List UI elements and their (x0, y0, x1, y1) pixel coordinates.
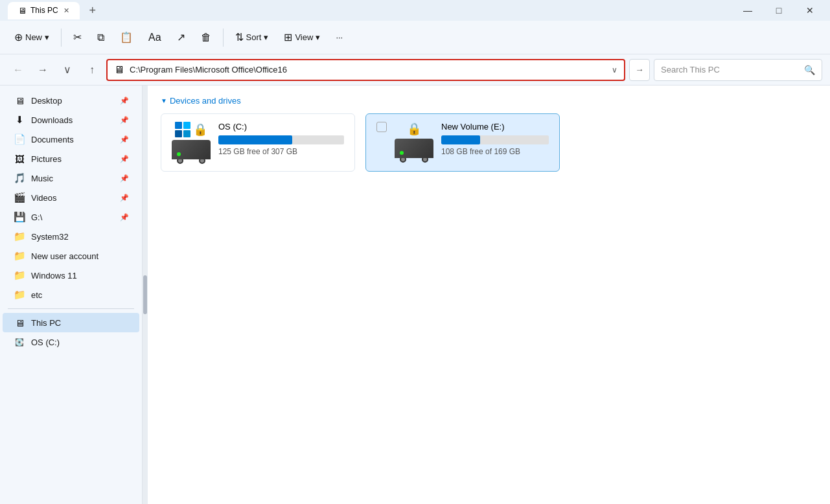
search-icon[interactable]: 🔍 (804, 65, 815, 75)
win-logo-br (183, 130, 190, 137)
videos-icon: 🎬 (13, 191, 26, 204)
pin-icon: 📌 (120, 97, 129, 105)
address-bar: ← → ∨ ↑ 🖥 C:\Program Files\Microsoft Off… (0, 54, 830, 86)
view-label: View (295, 32, 313, 42)
drive-item-c[interactable]: 🔒 OS (C:) (161, 113, 355, 172)
sidebar-item-downloads[interactable]: ⬇ Downloads 📌 (3, 110, 139, 130)
win-logo-bl (175, 130, 182, 137)
search-wrap[interactable]: Search This PC 🔍 (654, 59, 822, 81)
paste-btn[interactable]: 📋 (113, 27, 139, 47)
toolbar-sep-2 (223, 29, 224, 47)
sidebar-item-new-user-account[interactable]: 📁 New user account (3, 246, 139, 266)
folder-icon: 📁 (13, 230, 26, 243)
sidebar-item-label: System32 (31, 232, 129, 242)
minimize-btn[interactable]: — (733, 0, 763, 21)
sidebar-item-label: Desktop (31, 96, 115, 106)
up-btn[interactable]: ↑ (82, 60, 102, 80)
section-devices-header[interactable]: ▼ Devices and drives (161, 96, 817, 106)
pictures-icon: 🖼 (13, 152, 26, 165)
sidebar-item-label: etc (31, 290, 129, 300)
rename-btn[interactable]: Aa (142, 28, 168, 47)
sidebar-item-desktop[interactable]: 🖥 Desktop 📌 (3, 91, 139, 110)
sidebar-item-etc[interactable]: 📁 etc (3, 285, 139, 304)
sidebar-item-documents[interactable]: 📄 Documents 📌 (3, 130, 139, 149)
copy-btn[interactable]: ⧉ (91, 28, 111, 47)
sidebar-separator (8, 308, 134, 309)
sort-chevron: ▾ (264, 32, 268, 42)
win-logo-tl (175, 122, 182, 129)
sidebar-scrollbar[interactable] (143, 86, 148, 504)
drive-e-checkbox[interactable] (376, 122, 387, 132)
sidebar-item-label: This PC (31, 318, 129, 328)
close-btn[interactable]: ✕ (795, 0, 825, 21)
go-btn[interactable]: → (629, 59, 650, 81)
toolbar: ⊕ New ▾ ✂ ⧉ 📋 Aa ↗ 🗑 ⇅ Sort ▾ ⊞ (0, 21, 830, 54)
drive-c-bar (218, 135, 292, 144)
new-tab-btn[interactable]: + (84, 1, 102, 19)
sidebar-item-label: New user account (31, 251, 129, 261)
os-c-icon: 💽 (13, 336, 26, 349)
sidebar-scrollbar-thumb[interactable] (143, 275, 147, 314)
sort-label: Sort (246, 32, 262, 42)
address-input-wrap[interactable]: 🖥 C:\Program Files\Microsoft Office\Offi… (106, 59, 625, 81)
drives-grid: 🔒 OS (C:) (161, 113, 817, 172)
share-btn[interactable]: ↗ (170, 27, 192, 47)
drive-e-bar (441, 135, 480, 144)
folder-icon: 📁 (13, 288, 26, 301)
pin-icon: 📌 (120, 213, 129, 222)
sidebar-item-pictures[interactable]: 🖼 Pictures 📌 (3, 149, 139, 168)
share-icon: ↗ (177, 31, 185, 43)
main-area: 🖥 Desktop 📌 ⬇ Downloads 📌 📄 Documents 📌 … (0, 86, 830, 504)
sidebar-item-label: G:\ (31, 212, 115, 222)
tab-label: This PC (30, 6, 58, 15)
delete-btn[interactable]: 🗑 (194, 28, 218, 47)
tab-close-btn[interactable]: ✕ (63, 6, 69, 15)
drive-c-image (172, 140, 211, 163)
drive-item-e[interactable]: 🔒 New Volume (E:) (365, 113, 560, 172)
folder-icon: 📁 (13, 249, 26, 262)
new-label: New (25, 32, 42, 42)
forward-btn[interactable]: → (32, 60, 53, 80)
rename-icon: Aa (148, 32, 161, 43)
drive-c-size: 125 GB free of 307 GB (218, 147, 344, 156)
cut-btn[interactable]: ✂ (67, 27, 88, 47)
new-icon: ⊕ (14, 31, 23, 43)
drive-e-info: New Volume (E:) 108 GB free of 169 GB (441, 122, 549, 156)
search-placeholder: Search This PC (661, 65, 804, 74)
view-btn[interactable]: ⊞ View ▾ (277, 27, 327, 47)
sidebar-item-windows11[interactable]: 📁 Windows 11 (3, 266, 139, 285)
pin-icon: 📌 (120, 135, 129, 144)
folder-icon: 📁 (13, 269, 26, 282)
back-btn[interactable]: ← (8, 60, 29, 80)
active-tab[interactable]: 🖥 This PC ✕ (8, 2, 80, 19)
sidebar-item-os-c[interactable]: 💽 OS (C:) (3, 332, 139, 352)
drive-c-wheels (172, 159, 211, 164)
sidebar-item-videos[interactable]: 🎬 Videos 📌 (3, 188, 139, 207)
drive-c-bar-wrap (218, 135, 344, 144)
drive-c-body (172, 140, 211, 159)
drive-c-info: OS (C:) 125 GB free of 307 GB (218, 122, 344, 156)
window-title-row: 🖥 This PC ✕ + — □ ✕ (0, 0, 830, 21)
view-chevron: ▾ (316, 32, 320, 42)
drive-e-top-icons: 🔒 (407, 122, 421, 136)
toolbar-sep-1 (61, 29, 62, 47)
sidebar-item-g-drive[interactable]: 💾 G:\ 📌 (3, 207, 139, 227)
sidebar-item-label: OS (C:) (31, 338, 129, 347)
delete-icon: 🗑 (201, 32, 211, 43)
maximize-btn[interactable]: □ (764, 0, 794, 21)
g-drive-icon: 💾 (13, 211, 26, 223)
more-btn[interactable]: ··· (329, 29, 349, 46)
sidebar-item-this-pc[interactable]: 🖥 This PC (3, 313, 139, 332)
new-btn[interactable]: ⊕ New ▾ (8, 27, 56, 47)
sort-btn[interactable]: ⇅ Sort ▾ (229, 27, 275, 47)
sidebar-item-music[interactable]: 🎵 Music 📌 (3, 168, 139, 188)
sidebar-item-system32[interactable]: 📁 System32 (3, 227, 139, 246)
dropdown-btn[interactable]: ∨ (57, 60, 78, 80)
cut-icon: ✂ (73, 31, 82, 43)
drive-c-top-icons: 🔒 (175, 122, 207, 137)
paste-icon: 📋 (120, 31, 133, 43)
drive-c-icon-wrap: 🔒 (172, 122, 211, 163)
drive-e-icon-wrap: 🔒 (395, 122, 433, 162)
sidebar: 🖥 Desktop 📌 ⬇ Downloads 📌 📄 Documents 📌 … (0, 86, 143, 504)
sidebar-item-label: Pictures (31, 154, 115, 164)
